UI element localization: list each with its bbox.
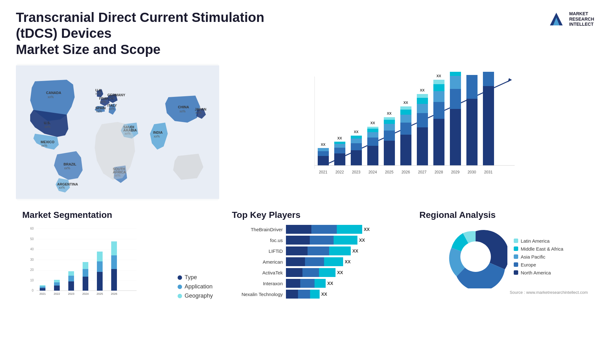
player-row: Interaxon XX <box>232 279 400 288</box>
player-bar-container: XX <box>286 246 400 255</box>
svg-text:xx%: xx% <box>154 135 160 138</box>
donut-area: Latin America Middle East & Africa Asia … <box>419 225 588 288</box>
svg-text:2026: 2026 <box>111 292 117 295</box>
svg-rect-58 <box>367 129 378 132</box>
legend-latin-america: Latin America <box>514 238 563 244</box>
legend-europe: Europe <box>514 262 563 267</box>
player-name: foc.us <box>232 238 283 243</box>
player-bar <box>286 279 326 288</box>
svg-rect-129 <box>83 277 88 291</box>
svg-text:10: 10 <box>30 279 34 282</box>
svg-rect-91 <box>450 89 461 109</box>
svg-rect-119 <box>40 285 45 286</box>
legend-color <box>514 246 518 251</box>
player-name: LIFTiD <box>232 248 283 254</box>
player-row: ActivaTek XX <box>232 268 400 277</box>
svg-text:xx%: xx% <box>109 107 115 111</box>
player-val: XX <box>345 259 351 264</box>
player-bar-container: XX <box>286 225 400 234</box>
player-name: ActivaTek <box>232 270 283 275</box>
svg-text:2023: 2023 <box>68 292 74 295</box>
svg-rect-78 <box>417 104 428 113</box>
svg-rect-43 <box>334 153 345 165</box>
svg-text:2030: 2030 <box>468 170 476 174</box>
svg-text:xx%: xx% <box>180 110 186 113</box>
player-row: foc.us XX <box>232 236 400 245</box>
svg-text:INDIA: INDIA <box>153 131 163 134</box>
svg-text:2024: 2024 <box>82 292 89 295</box>
svg-text:20: 20 <box>30 268 34 272</box>
svg-rect-65 <box>384 120 395 124</box>
svg-text:2022: 2022 <box>336 170 344 174</box>
svg-rect-117 <box>40 288 45 291</box>
legend-middle-east: Middle East & Africa <box>514 246 563 252</box>
legend-application: Application <box>178 283 213 290</box>
svg-rect-70 <box>400 123 411 135</box>
svg-rect-51 <box>351 138 362 143</box>
svg-text:60: 60 <box>30 227 34 230</box>
svg-rect-39 <box>318 151 329 156</box>
legend-asia-pacific: Asia Pacific <box>514 254 563 260</box>
svg-rect-56 <box>367 138 378 146</box>
svg-text:xx%: xx% <box>109 97 115 100</box>
svg-rect-80 <box>417 94 428 98</box>
svg-rect-40 <box>318 148 329 151</box>
svg-text:MEXICO: MEXICO <box>41 140 55 144</box>
svg-text:BRAZIL: BRAZIL <box>64 162 77 166</box>
logo-text: MARKET RESEARCH INTELLECT <box>569 11 594 27</box>
svg-text:2024: 2024 <box>369 170 377 174</box>
svg-text:xx%: xx% <box>95 92 101 95</box>
svg-rect-55 <box>367 146 378 165</box>
svg-text:2021: 2021 <box>319 170 328 174</box>
player-row: American XX <box>232 257 400 266</box>
svg-rect-130 <box>83 269 88 277</box>
svg-text:2026: 2026 <box>402 170 410 174</box>
svg-rect-133 <box>97 272 103 291</box>
svg-text:XX: XX <box>420 88 425 92</box>
svg-text:xx%: xx% <box>44 125 51 129</box>
svg-rect-59 <box>367 127 378 129</box>
svg-rect-63 <box>384 131 395 141</box>
legend-application-dot <box>178 285 182 289</box>
svg-rect-50 <box>351 143 362 150</box>
player-bar <box>286 268 336 277</box>
svg-rect-96 <box>466 99 478 165</box>
player-val: XX <box>364 227 370 232</box>
svg-rect-62 <box>384 141 395 165</box>
svg-text:XX: XX <box>354 130 359 134</box>
svg-rect-44 <box>334 148 345 153</box>
svg-rect-66 <box>384 117 395 120</box>
svg-text:XX: XX <box>337 136 342 140</box>
player-val: XX <box>337 270 343 275</box>
svg-rect-97 <box>466 75 478 99</box>
seg-chart-svg: 60 50 40 30 20 10 0 <box>22 225 140 298</box>
svg-rect-64 <box>384 124 395 131</box>
svg-rect-83 <box>433 119 444 165</box>
svg-rect-137 <box>111 269 117 291</box>
regional-section: Regional Analysis <box>413 207 594 354</box>
regional-title: Regional Analysis <box>419 210 588 220</box>
map-svg: CANADA xx% U.S. xx% MEXICO xx% BRAZIL xx… <box>16 64 219 200</box>
svg-rect-69 <box>400 135 411 165</box>
svg-rect-92 <box>450 76 461 89</box>
player-bar-container: XX <box>286 290 400 299</box>
svg-text:CANADA: CANADA <box>46 91 61 95</box>
svg-text:CHINA: CHINA <box>178 105 189 109</box>
player-bar-container: XX <box>286 257 400 266</box>
legend-type-dot <box>178 275 182 280</box>
seg-title: Market Segmentation <box>22 210 213 220</box>
logo-icon <box>547 10 566 29</box>
svg-rect-90 <box>450 109 461 165</box>
svg-rect-131 <box>83 262 88 269</box>
svg-rect-46 <box>334 142 345 144</box>
svg-rect-45 <box>334 144 345 148</box>
svg-text:XX: XX <box>370 121 375 125</box>
players-chart: TheBrainDriver XX foc.u <box>232 225 400 299</box>
market-segmentation-section: Market Segmentation 60 50 40 30 20 10 0 <box>16 207 219 354</box>
player-bar <box>286 257 343 266</box>
svg-text:2025: 2025 <box>97 292 103 295</box>
svg-rect-138 <box>111 255 117 269</box>
svg-text:XX: XX <box>453 70 458 71</box>
legend-color <box>514 254 518 259</box>
legend-geography: Geography <box>178 293 213 299</box>
